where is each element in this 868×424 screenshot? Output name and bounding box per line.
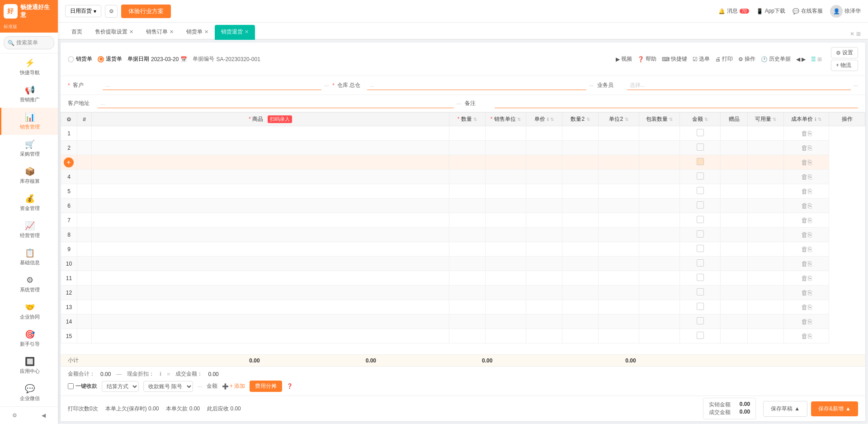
save-new-btn[interactable]: 保存&新增 ▲ <box>811 401 858 416</box>
cell-qty[interactable] <box>92 329 449 343</box>
copy-row-btn[interactable]: ⎘ <box>808 187 812 195</box>
cell-unit2[interactable] <box>562 300 599 314</box>
cell-price[interactable] <box>486 286 526 300</box>
qty2-sort-icon[interactable]: ⇅ <box>586 117 590 122</box>
delete-row-btn[interactable]: 🗑 <box>801 216 808 224</box>
settings-btn[interactable]: ⚙ 设置 <box>831 47 858 58</box>
calc-method-select[interactable]: 结算方式 <box>102 381 139 392</box>
sidebar-item-wechat[interactable]: 💬 企业微信 <box>0 379 58 406</box>
sidebar-item-shortcut[interactable]: ⚡ 快捷导航 <box>0 53 58 81</box>
cell-product[interactable] <box>77 286 92 300</box>
cell-pack-qty[interactable] <box>599 257 639 271</box>
copy-row-btn[interactable]: ⎘ <box>808 318 812 325</box>
cell-pack-qty[interactable] <box>599 271 639 286</box>
copy-row-btn[interactable]: ⎘ <box>808 129 812 137</box>
cell-sale-unit[interactable] <box>449 141 486 155</box>
cell-sale-unit[interactable] <box>449 286 486 300</box>
cell-amount[interactable] <box>639 228 680 242</box>
online-service-btn[interactable]: 💬 在线客服 <box>793 7 823 15</box>
cell-qty2[interactable] <box>526 257 562 271</box>
operation-btn[interactable]: ⚙ 操作 <box>738 55 755 63</box>
notification-btn[interactable]: 🔔 消息 70 <box>718 7 749 15</box>
cell-pack-qty[interactable] <box>599 300 639 314</box>
sidebar-item-collab[interactable]: 🤝 企业协同 <box>0 298 58 325</box>
address-input[interactable] <box>98 99 454 108</box>
cell-gift[interactable] <box>680 329 721 343</box>
cell-gift[interactable] <box>680 213 721 228</box>
history-btn[interactable]: 🕐 历史单据 <box>761 55 791 63</box>
cell-amount[interactable] <box>639 141 680 155</box>
date-value[interactable]: 2023-03-20 <box>151 56 179 62</box>
sidebar-item-finance[interactable]: 💰 资金管理 <box>0 189 58 216</box>
cell-gift[interactable] <box>680 228 721 242</box>
gift-checkbox[interactable] <box>697 201 704 209</box>
gift-checkbox[interactable] <box>697 274 704 281</box>
cell-qty2[interactable] <box>526 242 562 257</box>
address-picker-btn[interactable]: ··· <box>457 100 461 107</box>
gift-checkbox[interactable] <box>697 288 704 295</box>
account-select[interactable]: 收款账号 陈号 <box>143 381 193 392</box>
sidebar-item-marketing[interactable]: 📢 营销推广 <box>0 81 58 108</box>
copy-row-btn[interactable]: ⎘ <box>808 332 812 340</box>
search-menu-button[interactable]: 🔍 搜索菜单 <box>4 36 54 49</box>
cell-pack-qty[interactable] <box>599 228 639 242</box>
view-grid-icon[interactable]: ⊞ <box>817 56 822 62</box>
cell-pack-qty[interactable] <box>599 329 639 343</box>
cell-unit2[interactable] <box>562 199 599 213</box>
gift-checkbox[interactable] <box>697 332 704 339</box>
one-click-pay-checkbox[interactable]: 一键收款 <box>68 382 97 390</box>
cell-qty2[interactable] <box>526 170 562 184</box>
gift-checkbox[interactable] <box>697 259 704 267</box>
nav-prev-icon[interactable]: ◀ <box>796 56 800 62</box>
view-list-icon[interactable]: ☰ <box>811 56 816 62</box>
one-click-pay-check[interactable] <box>68 383 74 389</box>
fee-split-btn[interactable]: 费用分摊 <box>250 381 282 392</box>
delete-row-btn[interactable]: 🗑 <box>801 303 808 311</box>
save-draft-btn[interactable]: 保存草稿 ▲ <box>763 401 807 417</box>
cell-pack-qty[interactable] <box>599 213 639 228</box>
cell-gift[interactable] <box>680 314 721 329</box>
delete-row-btn[interactable]: 🗑 <box>801 245 808 253</box>
cell-qty2[interactable] <box>526 213 562 228</box>
topbar-gear-btn[interactable]: ⚙ <box>105 5 118 18</box>
cell-product[interactable] <box>77 228 92 242</box>
gift-checkbox[interactable] <box>697 187 704 194</box>
sidebar-item-basics[interactable]: 📋 基础信息 <box>0 243 58 271</box>
cell-sale-unit[interactable] <box>449 271 486 286</box>
delete-row-btn[interactable]: 🗑 <box>801 318 808 325</box>
cell-qty[interactable] <box>92 213 449 228</box>
gift-checkbox[interactable] <box>697 303 704 310</box>
cell-product[interactable] <box>77 170 92 184</box>
cell-gift[interactable] <box>680 170 721 184</box>
cell-qty[interactable] <box>92 184 449 199</box>
cell-product[interactable] <box>77 300 92 314</box>
cell-unit2[interactable] <box>562 242 599 257</box>
customer-picker-btn[interactable]: ··· <box>324 82 329 89</box>
tab-sales-order[interactable]: 销售订单 ✕ <box>140 25 180 40</box>
cell-sale-unit[interactable] <box>449 314 486 329</box>
cell-amount[interactable] <box>639 257 680 271</box>
cell-amount[interactable] <box>639 329 680 343</box>
delete-row-btn[interactable]: 🗑 <box>801 158 808 166</box>
cell-pack-qty[interactable] <box>599 199 639 213</box>
cell-unit2[interactable] <box>562 141 599 155</box>
cell-product[interactable] <box>77 199 92 213</box>
copy-row-btn[interactable]: ⎘ <box>808 245 812 253</box>
copy-row-btn[interactable]: ⎘ <box>808 144 812 152</box>
tab-menu-icon[interactable]: ⊞ <box>856 31 861 37</box>
copy-row-btn[interactable]: ⎘ <box>808 260 812 267</box>
cell-qty[interactable] <box>92 300 449 314</box>
cell-sale-unit[interactable] <box>449 257 486 271</box>
cell-qty[interactable] <box>92 170 449 184</box>
amount-sort-icon[interactable]: ⇅ <box>704 117 708 122</box>
delete-row-btn[interactable]: 🗑 <box>801 129 808 137</box>
cell-price[interactable] <box>486 300 526 314</box>
shortcut-btn[interactable]: ⌨ 快捷键 <box>662 55 687 63</box>
cell-product[interactable] <box>77 257 92 271</box>
cell-unit2[interactable] <box>562 213 599 228</box>
cell-pack-qty[interactable] <box>599 242 639 257</box>
cell-pack-qty[interactable] <box>599 314 639 329</box>
cell-price[interactable] <box>486 199 526 213</box>
cell-sale-unit[interactable] <box>449 170 486 184</box>
cell-qty[interactable] <box>92 228 449 242</box>
